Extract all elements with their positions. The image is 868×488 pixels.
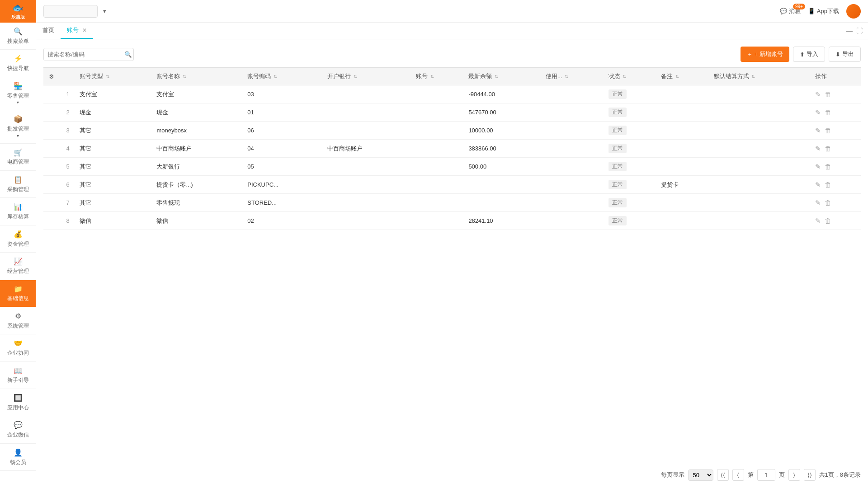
sidebar-item-0[interactable]: 🔍搜索菜单 [0,23,36,50]
sidebar-label-6: 库存核算 [7,213,29,221]
table-search-button[interactable]: 🔍 [121,48,134,61]
cell-action-3: ✎ 🗑 [811,140,861,158]
cell-balance-2: 10000.00 [465,122,542,140]
sidebar-label-11: 企业协同 [7,350,29,357]
delete-icon-0[interactable]: 🗑 [825,90,831,99]
cell-usage-5 [542,176,605,194]
sidebar-item-4[interactable]: 🛒电商管理 [0,144,36,171]
export-icon: ⬇ [835,51,840,58]
col-default-settle[interactable]: 默认结算方式 ⇅ [710,68,812,85]
content-area: 🔍 ＋ + 新增账号 ⬆ 导入 ⬇ 导出 ⚙ [36,39,868,488]
sidebar-icon-7: 💰 [14,230,23,239]
sidebar-item-9[interactable]: 📁基础信息 [0,280,36,307]
col-type[interactable]: 账号类型 ⇅ [76,68,153,85]
edit-icon-2[interactable]: ✎ [815,127,821,135]
delete-icon-2[interactable]: 🗑 [825,127,831,135]
app-download-button[interactable]: 📱 App下载 [808,7,839,15]
add-account-button[interactable]: ＋ + 新增账号 [741,47,789,62]
accounts-table: ⚙ 账号类型 ⇅ 账号名称 ⇅ 账号编码 ⇅ 开户银行 ⇅ 账号 ⇅ 最新余额 … [43,67,861,230]
tab-home-label: 首页 [42,26,54,34]
sidebar-icon-11: 🤝 [14,339,23,348]
next-page-button[interactable]: ⟩ [788,469,800,481]
cell-num-3: 4 [60,140,76,158]
search-wrap: 🔍 [43,48,134,61]
delete-icon-5[interactable]: 🗑 [825,181,831,189]
cell-status-2: 正常 [605,122,658,140]
app-logo: 🐟 乐惠版 [0,0,36,23]
col-usage[interactable]: 使用... ⇅ [542,68,605,85]
table-search-input[interactable] [44,48,121,61]
cell-usage-6 [542,194,605,212]
sidebar-item-7[interactable]: 💰资金管理 [0,225,36,253]
delete-icon-7[interactable]: 🗑 [825,217,831,225]
tab-account-close[interactable]: ✕ [82,27,87,33]
delete-icon-6[interactable]: 🗑 [825,199,831,207]
sidebar-item-14[interactable]: 💬企业微信 [0,416,36,443]
cell-usage-2 [542,122,605,140]
cell-gear-4 [43,158,60,176]
sidebar-label-4: 电商管理 [7,159,29,166]
tab-account[interactable]: 账号 ✕ [61,23,93,39]
tab-home[interactable]: 首页 [36,23,61,39]
user-avatar[interactable] [846,4,861,19]
action-icons-6: ✎ 🗑 [815,199,857,207]
col-note[interactable]: 备注 ⇅ [657,68,710,85]
sidebar-icon-3: 📦 [14,115,23,124]
edit-icon-1[interactable]: ✎ [815,108,821,117]
sidebar-item-8[interactable]: 📈经营管理 [0,253,36,280]
minimize-icon[interactable]: — [846,27,853,34]
first-page-button[interactable]: ⟨⟨ [717,469,729,481]
action-icons-2: ✎ 🗑 [815,127,857,135]
sidebar-item-6[interactable]: 📊库存核算 [0,198,36,225]
edit-icon-5[interactable]: ✎ [815,181,821,189]
sidebar-icon-9: 📁 [14,285,23,294]
header-search-input[interactable] [43,5,98,18]
col-account[interactable]: 账号 ⇅ [412,68,465,85]
col-balance[interactable]: 最新余额 ⇅ [465,68,542,85]
page-number-input[interactable] [757,469,775,481]
col-code[interactable]: 账号编码 ⇅ [244,68,324,85]
message-button[interactable]: 💬 消息 99+ [780,7,801,15]
col-name[interactable]: 账号名称 ⇅ [153,68,244,85]
edit-icon-4[interactable]: ✎ [815,163,821,171]
edit-icon-7[interactable]: ✎ [815,217,821,225]
prev-page-button[interactable]: ⟨ [732,469,744,481]
export-button[interactable]: ⬇ 导出 [829,47,861,62]
edit-icon-0[interactable]: ✎ [815,90,821,99]
sidebar-item-1[interactable]: ⚡快捷导航 [0,50,36,77]
sidebar-item-13[interactable]: 🔲应用中心 [0,389,36,416]
import-button[interactable]: ⬆ 导入 [793,47,825,62]
delete-icon-4[interactable]: 🗑 [825,163,831,171]
delete-icon-1[interactable]: 🗑 [825,108,831,117]
cell-balance-4: 500.00 [465,158,542,176]
col-gear[interactable]: ⚙ [43,68,60,85]
action-buttons: ＋ + 新增账号 ⬆ 导入 ⬇ 导出 [741,47,861,62]
sidebar-label-10: 系统管理 [7,323,29,330]
sidebar-item-2[interactable]: 🏪零售管理▾ [0,77,36,110]
sidebar-item-10[interactable]: ⚙系统管理 [0,307,36,334]
sidebar-item-11[interactable]: 🤝企业协同 [0,334,36,361]
status-badge: 正常 [609,162,627,171]
cell-action-4: ✎ 🗑 [811,158,861,176]
last-page-button[interactable]: ⟩⟩ [804,469,816,481]
page-size-select[interactable]: 50 10 20 100 [688,469,713,481]
sidebar-icon-6: 📊 [14,202,23,212]
cell-code-2: 06 [244,122,324,140]
sidebar-item-15[interactable]: 👤畅会员 [0,444,36,471]
delete-icon-3[interactable]: 🗑 [825,145,831,153]
sidebar-item-12[interactable]: 📖新手引导 [0,362,36,389]
sidebar-item-5[interactable]: 📋采购管理 [0,171,36,198]
phone-icon: 📱 [808,8,815,14]
cell-settle-4 [710,158,812,176]
sidebar-item-3[interactable]: 📦批发管理▾ [0,110,36,143]
table-row: 3 其它 moneybosx 06 10000.00 正常 ✎ 🗑 [43,122,861,140]
cell-type-1: 现金 [76,103,153,122]
edit-icon-3[interactable]: ✎ [815,145,821,153]
header-dropdown[interactable]: ▾ [103,8,106,14]
toolbar: 🔍 ＋ + 新增账号 ⬆ 导入 ⬇ 导出 [43,47,861,62]
col-status[interactable]: 状态 ⇅ [605,68,658,85]
col-bank[interactable]: 开户银行 ⇅ [324,68,412,85]
edit-icon-6[interactable]: ✎ [815,199,821,207]
sidebar-icon-1: ⚡ [14,54,23,64]
maximize-icon[interactable]: ⛶ [856,27,863,34]
